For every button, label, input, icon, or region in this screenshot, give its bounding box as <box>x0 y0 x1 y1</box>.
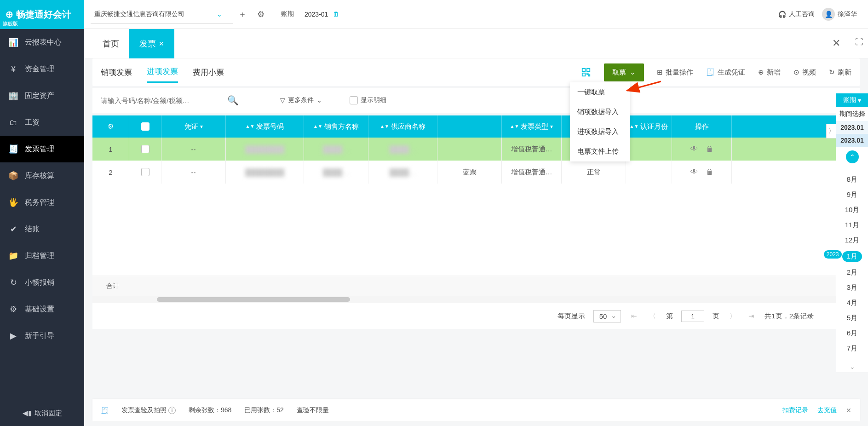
dropdown-one-click[interactable]: 一键取票 <box>570 82 630 102</box>
checkbox-icon <box>350 96 358 104</box>
more-conditions[interactable]: ▽更多条件⌄ <box>280 96 322 104</box>
delete-icon[interactable]: 🗑 <box>706 145 713 153</box>
table-row[interactable]: 1 -- ████████ ████… ████… 增值税普通… 正常 👁🗑 <box>92 138 860 161</box>
subtab-purchase[interactable]: 进项发票 <box>147 62 178 83</box>
tool-label: 批量操作 <box>666 68 693 77</box>
th-supplier[interactable]: ▲▼供应商名称 <box>368 115 437 138</box>
page-input[interactable] <box>681 311 704 322</box>
sidebar-item-settings[interactable]: ⚙基础设置 <box>0 296 84 322</box>
first-page[interactable]: ⇤ <box>629 312 639 320</box>
month-option[interactable]: 12月 <box>845 236 860 245</box>
dropdown-sales-import[interactable]: 销项数据导入 <box>570 102 630 122</box>
row-checkbox[interactable] <box>129 138 161 161</box>
dropdown-purchase-import[interactable]: 进项数据导入 <box>570 122 630 142</box>
scrollbar-thumb[interactable] <box>157 297 350 302</box>
gen-voucher-button[interactable]: 🧾生成凭证 <box>706 68 745 77</box>
qr-icon[interactable] <box>581 67 591 77</box>
gear-icon: ⚙ <box>8 304 18 314</box>
month-option[interactable]: 8月 <box>847 175 857 184</box>
delete-icon[interactable]: 🗑 <box>706 168 713 176</box>
th-settings[interactable]: ⚙ <box>92 115 129 138</box>
batch-button[interactable]: ⊞批量操作 <box>657 68 693 77</box>
tab-home[interactable]: 首页 <box>92 29 129 58</box>
refresh-button[interactable]: ↻刷新 <box>829 68 851 77</box>
search-icon[interactable]: 🔍 <box>227 95 239 106</box>
month-option[interactable]: 7月 <box>847 344 857 353</box>
pagination: 每页显示 50 ⇤ 〈 第 页 〉 ⇥ 共1页，2条记录 <box>92 303 860 329</box>
month-option-active[interactable]: 20231月 <box>842 251 862 262</box>
get-invoice-button[interactable]: 取票⌄ <box>604 63 644 81</box>
th-voucher[interactable]: 凭证▾ <box>161 115 226 138</box>
month-option[interactable]: 10月 <box>845 206 860 214</box>
table-row[interactable]: 2 -- ████████ ████… ████… 蓝票 增值税普通… 正常 👁… <box>92 161 860 184</box>
sidebar-item-fund[interactable]: ¥资金管理 <box>0 56 84 82</box>
th-number[interactable]: ▲▼发票号码 <box>226 115 304 138</box>
unlimited-label: 查验不限量 <box>297 406 329 414</box>
sidebar-item-expense[interactable]: ↻小畅报销 <box>0 269 84 296</box>
info-icon[interactable]: i <box>168 407 176 414</box>
scroll-down-icon[interactable]: ⌄ <box>836 361 868 372</box>
period-panel-head[interactable]: 账期▾ <box>836 93 868 107</box>
deduct-link[interactable]: 扣费记录 <box>782 406 808 414</box>
sidebar-item-salary[interactable]: 🗂工资 <box>0 109 84 136</box>
show-detail-checkbox[interactable]: 显示明细 <box>350 96 386 104</box>
next-page[interactable]: 〉 <box>728 312 738 321</box>
sidebar-item-report[interactable]: 📊云报表中心 <box>0 29 84 56</box>
top-header: ⊕畅捷通好会计 旗舰版 重庆畅捷交通信息咨询有限公司 ⌄ ＋ ⚙ 账期 2023… <box>0 0 868 29</box>
video-button[interactable]: ⊙视频 <box>793 68 816 77</box>
sidebar-item-guide[interactable]: ▶新手引导 <box>0 322 84 349</box>
invoice-check-link[interactable]: 发票查验及拍照 i <box>121 406 176 414</box>
tab-invoice[interactable]: 发票✕ <box>129 29 174 58</box>
month-option[interactable]: 11月 <box>845 221 860 230</box>
subtab-expense[interactable]: 费用小票 <box>193 63 224 82</box>
last-page[interactable]: ⇥ <box>747 312 756 320</box>
dropdown-efile-upload[interactable]: 电票文件上传 <box>570 142 630 161</box>
sidebar-item-invoice[interactable]: 🧾发票管理 <box>0 136 84 162</box>
sidebar-item-label: 小畅报销 <box>25 278 54 288</box>
settings-icon[interactable]: ⚙ <box>252 9 270 19</box>
svg-rect-2 <box>582 73 585 76</box>
th-auth[interactable]: ▲▼认证月份 <box>626 115 672 138</box>
month-option[interactable]: 9月 <box>847 190 857 199</box>
panel-collapse[interactable]: 〉 <box>826 124 836 138</box>
prev-page[interactable]: 〈 <box>647 312 658 321</box>
horizontal-scrollbar[interactable] <box>92 296 860 303</box>
month-option[interactable]: 3月 <box>847 283 857 292</box>
expand-button[interactable]: ⛶ <box>855 37 863 47</box>
sidebar-item-inventory[interactable]: 📦库存核算 <box>0 162 84 189</box>
row-checkbox[interactable] <box>129 161 161 184</box>
sidebar-item-close[interactable]: ✔结账 <box>0 216 84 242</box>
customer-service[interactable]: 🎧 人工咨询 <box>778 10 815 18</box>
subtab-sales[interactable]: 销项发票 <box>101 63 132 82</box>
th-seller[interactable]: ▲▼销售方名称 <box>304 115 368 138</box>
th-select-all[interactable] <box>129 115 161 138</box>
period-picker[interactable]: 2023-01 🗓 <box>299 8 344 20</box>
view-icon[interactable]: 👁 <box>690 145 698 153</box>
search-input[interactable] <box>101 97 224 104</box>
add-tab-button[interactable]: ＋ <box>233 9 252 20</box>
close-footer[interactable]: ✕ <box>846 407 851 414</box>
scroll-top-icon[interactable]: ⌃ <box>846 150 859 163</box>
th-type[interactable]: ▲▼发票类型▾ <box>502 115 562 138</box>
view-icon[interactable]: 👁 <box>690 168 698 176</box>
month-option[interactable]: 4月 <box>847 299 857 307</box>
sidebar-pin-toggle[interactable]: ◀▮取消固定 <box>0 404 84 422</box>
year-option[interactable]: 2023.01 <box>836 121 868 134</box>
sidebar-item-asset[interactable]: 🏢固定资产 <box>0 82 84 109</box>
page-size-select[interactable]: 50 <box>593 310 621 322</box>
sidebar-item-archive[interactable]: 📁归档管理 <box>0 242 84 269</box>
refresh-icon: ↻ <box>8 277 18 288</box>
recharge-link[interactable]: 去充值 <box>817 406 837 414</box>
add-button[interactable]: ⊕新增 <box>758 68 781 77</box>
cell-op: 👁🗑 <box>672 161 732 184</box>
th-color[interactable] <box>437 115 502 138</box>
user-menu[interactable]: 👤 徐泽华 <box>822 8 857 21</box>
month-option[interactable]: 2月 <box>847 268 857 277</box>
year-option[interactable]: 2023.01 <box>836 134 868 147</box>
month-option[interactable]: 5月 <box>847 314 857 322</box>
month-option[interactable]: 6月 <box>847 329 857 338</box>
sidebar-item-tax[interactable]: 🖐税务管理 <box>0 189 84 216</box>
close-icon[interactable]: ✕ <box>159 40 164 47</box>
close-all-button[interactable]: ✕ <box>832 37 840 49</box>
company-select[interactable]: 重庆畅捷交通信息咨询有限公司 ⌄ <box>91 5 233 24</box>
